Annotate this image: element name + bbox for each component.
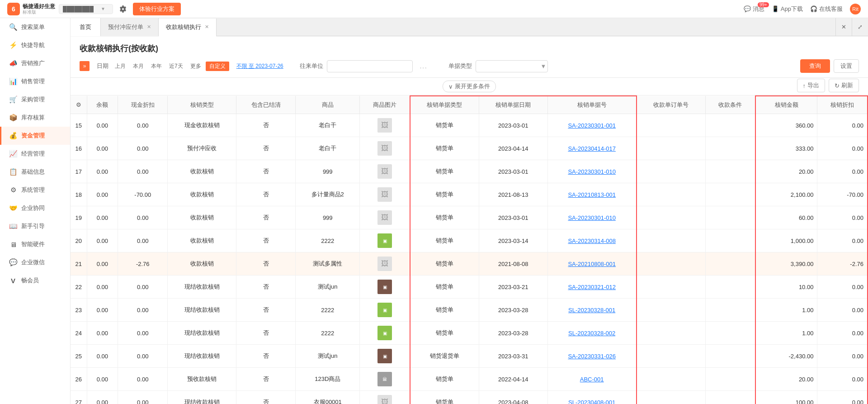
bill-type-select[interactable] bbox=[476, 60, 548, 72]
top-bar-right: 💬 消息 99+ 📱 App下载 🎧 在线客服 Rit bbox=[744, 4, 861, 14]
wo-bill-no-link[interactable]: SA-20230301-010 bbox=[568, 168, 616, 175]
date-opt-more[interactable]: 更多 bbox=[188, 62, 204, 71]
brand-icon: 6 bbox=[7, 3, 20, 15]
column-settings-icon[interactable]: ⚙ bbox=[76, 101, 81, 108]
export-button[interactable]: ↑ 导出 bbox=[797, 79, 826, 92]
company-selector[interactable]: ████████ ▼ bbox=[59, 4, 113, 14]
filter-more-dots[interactable]: ... bbox=[420, 63, 428, 70]
tab-writeoff[interactable]: 收款核销执行 ✕ bbox=[159, 19, 217, 37]
sidebar-item-marketing[interactable]: 📣 营销推广 bbox=[0, 54, 70, 72]
cell-wo-bill-no[interactable]: SA-20230414-017 bbox=[547, 137, 636, 160]
cell-wo-bill-no[interactable]: SA-20230301-010 bbox=[547, 206, 636, 229]
sidebar-item-sales[interactable]: 📊 销售管理 bbox=[0, 72, 70, 90]
from-unit-input[interactable] bbox=[327, 60, 413, 72]
cell-goods-image: 🖼 bbox=[360, 391, 410, 404]
cell-receipt-condition bbox=[705, 183, 755, 206]
cell-wo-bill-date: 2023-03-01 bbox=[479, 160, 547, 183]
message-button[interactable]: 💬 消息 99+ bbox=[744, 5, 764, 13]
sidebar-item-member[interactable]: V 畅会员 bbox=[0, 271, 70, 290]
cell-goods: 123D商品 bbox=[295, 368, 360, 391]
sidebar-item-purchase[interactable]: 🛒 采购管理 bbox=[0, 90, 70, 109]
user-avatar[interactable]: Rit bbox=[850, 4, 861, 14]
cell-wo-bill-no[interactable]: SA-20230301-010 bbox=[547, 160, 636, 183]
brand: 6 畅捷通好生意 标准版 bbox=[7, 3, 55, 15]
cell-wo-bill-no[interactable]: SL-20230408-001 bbox=[547, 391, 636, 404]
query-button[interactable]: 查询 bbox=[800, 59, 830, 73]
cell-id: 23 bbox=[71, 299, 87, 322]
sidebar-item-hardware[interactable]: 🖥 智能硬件 bbox=[0, 235, 70, 253]
sidebar-item-inventory[interactable]: 📦 库存核算 bbox=[0, 109, 70, 127]
date-range-display[interactable]: 不限 至 2023-07-26 bbox=[236, 62, 283, 70]
cell-wo-discount: 0.00 bbox=[817, 322, 868, 345]
filter-expand-button[interactable]: » bbox=[80, 61, 90, 71]
cell-cash-discount: 0.00 bbox=[118, 160, 168, 183]
sidebar-item-basicinfo[interactable]: 📋 基础信息 bbox=[0, 163, 70, 181]
cell-wo-bill-no[interactable]: SA-20230321-012 bbox=[547, 276, 636, 299]
wo-bill-no-link[interactable]: SA-20210813-001 bbox=[568, 191, 616, 198]
cell-writeoff-type: 现结收款核销 bbox=[168, 299, 236, 322]
expand-conditions-button[interactable]: ∨ 展开更多条件 bbox=[443, 81, 496, 92]
date-opt-7days[interactable]: 近7天 bbox=[166, 62, 186, 71]
cell-wo-discount: -2.76 bbox=[817, 252, 868, 276]
tab-prepay[interactable]: 预付冲应付单 ✕ bbox=[101, 18, 159, 36]
cell-cash-discount: 0.00 bbox=[118, 137, 168, 160]
cell-wo-bill-no[interactable]: SA-20210813-001 bbox=[547, 183, 636, 206]
cell-id: 18 bbox=[71, 183, 87, 206]
wo-bill-no-link[interactable]: SA-20230314-008 bbox=[568, 238, 616, 244]
tab-prepay-close[interactable]: ✕ bbox=[147, 24, 151, 29]
wo-bill-no-link[interactable]: SA-20230321-012 bbox=[568, 284, 616, 290]
wo-bill-no-link[interactable]: SL-20230328-001 bbox=[568, 307, 615, 314]
refresh-button[interactable]: ↻ 刷新 bbox=[829, 79, 859, 92]
sidebar-item-enterprise[interactable]: 🤝 企业协同 bbox=[0, 199, 70, 217]
sidebar-item-search[interactable]: 🔍 搜索菜单 bbox=[0, 18, 70, 36]
cell-writeoff-type: 收款核销 bbox=[168, 183, 236, 206]
wo-bill-no-link[interactable]: SA-20230331-026 bbox=[568, 353, 616, 360]
cell-wo-bill-no[interactable]: SL-20230328-002 bbox=[547, 322, 636, 345]
cell-wo-bill-type: 销货单 bbox=[410, 183, 479, 206]
tab-expand-button[interactable]: ⤢ bbox=[852, 18, 868, 36]
filter-bar: » 日期 上月 本月 本年 近7天 更多 自定义 不限 至 2023-07-26… bbox=[80, 59, 859, 73]
wo-bill-no-link[interactable]: SA-20230301-010 bbox=[568, 214, 616, 221]
tab-close-all-button[interactable]: ✕ bbox=[835, 18, 852, 36]
sidebar-item-operations[interactable]: 📈 经营管理 bbox=[0, 145, 70, 163]
cell-wo-bill-date: 2021-08-13 bbox=[479, 183, 547, 206]
col-header-settings[interactable]: ⚙ bbox=[71, 96, 87, 114]
cell-wo-bill-no[interactable]: SA-20230314-008 bbox=[547, 229, 636, 252]
cell-balance: 0.00 bbox=[87, 206, 118, 229]
cell-wo-bill-no[interactable]: ABC-001 bbox=[547, 368, 636, 391]
wo-bill-no-link[interactable]: SA-20210808-001 bbox=[568, 261, 616, 267]
table-row: 26 0.00 0.00 预收款核销 否 123D商品 🏛 销货单 2022-0… bbox=[71, 368, 868, 391]
online-service-button[interactable]: 🎧 在线客服 bbox=[810, 5, 843, 13]
tab-writeoff-close[interactable]: ✕ bbox=[205, 24, 209, 29]
wo-bill-no-link[interactable]: SA-20230301-001 bbox=[568, 122, 616, 129]
wo-bill-no-link[interactable]: SL-20230408-001 bbox=[568, 399, 615, 404]
date-opt-this-year[interactable]: 本年 bbox=[148, 62, 165, 71]
cell-receipt-order-no bbox=[637, 276, 706, 299]
sidebar-item-quicknav[interactable]: ⚡ 快捷导航 bbox=[0, 36, 70, 54]
cell-wo-amount: 333.00 bbox=[755, 137, 817, 160]
settings-button[interactable] bbox=[117, 3, 129, 15]
wo-bill-no-link[interactable]: SA-20230414-017 bbox=[568, 145, 616, 152]
date-opt-this-month[interactable]: 本月 bbox=[130, 62, 146, 71]
filter-setting-button[interactable]: 设置 bbox=[834, 59, 859, 73]
sidebar-item-finance[interactable]: 💰 资金管理 bbox=[0, 127, 70, 145]
sidebar-item-guide[interactable]: 📖 新手引导 bbox=[0, 217, 70, 235]
trial-button[interactable]: 体验行业方案 bbox=[133, 3, 181, 15]
cell-wo-bill-no[interactable]: SA-20210808-001 bbox=[547, 252, 636, 276]
cell-included-settled: 否 bbox=[236, 345, 296, 368]
tab-home[interactable]: 首页 bbox=[71, 18, 101, 36]
app-download-button[interactable]: 📱 App下载 bbox=[772, 5, 803, 13]
goods-image: ▣ bbox=[377, 280, 392, 294]
sidebar-item-wechat[interactable]: 💬 企业微信 bbox=[0, 253, 70, 271]
sidebar-item-system[interactable]: ⚙ 系统管理 bbox=[0, 181, 70, 199]
date-opt-last-month[interactable]: 上月 bbox=[112, 62, 128, 71]
cell-wo-bill-no[interactable]: SA-20230331-026 bbox=[547, 345, 636, 368]
goods-image: 🖼 bbox=[377, 187, 392, 202]
date-opt-custom[interactable]: 自定义 bbox=[206, 62, 229, 71]
cell-wo-bill-no[interactable]: SA-20230301-001 bbox=[547, 114, 636, 137]
cell-writeoff-type: 收款核销 bbox=[168, 252, 236, 276]
wo-bill-no-link[interactable]: ABC-001 bbox=[580, 376, 604, 383]
cell-wo-bill-no[interactable]: SL-20230328-001 bbox=[547, 299, 636, 322]
wo-bill-no-link[interactable]: SL-20230328-002 bbox=[568, 330, 615, 337]
cell-included-settled: 否 bbox=[236, 229, 296, 252]
